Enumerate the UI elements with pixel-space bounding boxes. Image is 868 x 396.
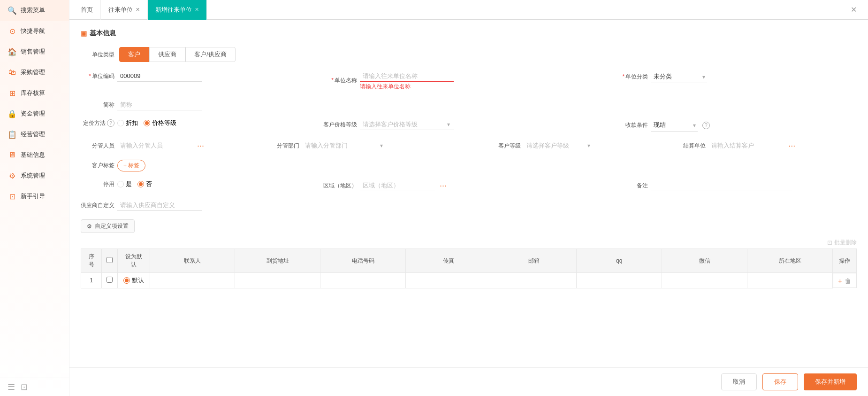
sidebar-menu-icon[interactable]: ⊡: [21, 382, 28, 392]
sidebar-item-search[interactable]: 🔍 搜索菜单: [0, 0, 69, 21]
tags-group: 客户标签 + 标签: [81, 160, 857, 171]
contact-input[interactable]: [155, 277, 230, 284]
row-wechat[interactable]: [662, 273, 747, 288]
qq-input[interactable]: [581, 277, 657, 284]
col-seq: 序号: [81, 249, 102, 273]
col-region: 所在地区: [747, 249, 833, 273]
level-radio-circle: [144, 120, 150, 126]
payment-terms-help-icon[interactable]: ?: [702, 122, 710, 129]
sidebar-item-base[interactable]: 🖥 基础信息: [0, 145, 69, 165]
sidebar-item-quicknav[interactable]: ⊙ 快捷导航: [0, 21, 69, 41]
address-input[interactable]: [240, 277, 315, 284]
row-address[interactable]: [235, 273, 320, 288]
manager-more-icon[interactable]: ···: [195, 141, 206, 151]
cancel-button[interactable]: 取消: [721, 373, 757, 390]
type-btn-customer[interactable]: 客户: [119, 47, 149, 62]
custom-settings-button[interactable]: ⚙ 自定义项设置: [81, 219, 135, 233]
sidebar-item-inventory[interactable]: ⊞ 库存核算: [0, 83, 69, 103]
row-check: [102, 273, 118, 288]
unit-name-input[interactable]: [360, 70, 454, 82]
row-region[interactable]: [747, 273, 833, 288]
wechat-input[interactable]: [667, 277, 742, 284]
row-qq[interactable]: [577, 273, 662, 288]
add-row-icon[interactable]: +: [838, 277, 842, 285]
unit-code-input[interactable]: [117, 70, 202, 82]
phone-input[interactable]: [325, 277, 401, 284]
tab-home[interactable]: 首页: [73, 0, 101, 20]
row-checkbox[interactable]: [107, 277, 113, 283]
sidebar-item-system[interactable]: ⚙ 系统管理: [0, 165, 69, 186]
default-radio[interactable]: 默认: [122, 276, 145, 285]
settlement-input[interactable]: [708, 140, 784, 151]
supplier-custom-group: 供应商自定义: [81, 200, 857, 211]
type-btn-both[interactable]: 客户/供应商: [185, 47, 236, 62]
sidebar-collapse-icon[interactable]: ☰: [8, 382, 15, 392]
sidebar-item-purchase[interactable]: 🛍 采购管理: [0, 62, 69, 83]
pricing-radio-discount[interactable]: 折扣: [117, 119, 138, 127]
manager-input[interactable]: [117, 140, 192, 151]
settlement-more-icon[interactable]: ···: [786, 141, 797, 151]
type-btn-supplier[interactable]: 供应商: [149, 47, 185, 62]
section-icon: ▣: [81, 30, 87, 37]
gear-icon: ⚙: [87, 223, 92, 230]
row-contact[interactable]: [150, 273, 235, 288]
region-input[interactable]: [752, 277, 828, 284]
customer-price-level-select-wrapper: ▾: [360, 119, 454, 130]
row-fax[interactable]: [406, 273, 491, 288]
batch-delete-label[interactable]: 批量删除: [834, 239, 857, 247]
batch-delete-area: ⊡ 批量删除: [81, 239, 857, 247]
row-email[interactable]: [491, 273, 577, 288]
col-email: 邮箱: [491, 249, 577, 273]
delete-row-icon[interactable]: 🗑: [845, 277, 851, 285]
window-close-icon[interactable]: ✕: [843, 5, 864, 14]
sidebar-bottom: ☰ ⊡: [0, 378, 69, 396]
default-radio-circle: [123, 277, 130, 284]
short-name-input[interactable]: [117, 99, 202, 110]
tab-partners[interactable]: 往来单位 ✕: [101, 0, 148, 20]
supplier-custom-input[interactable]: [117, 200, 202, 211]
email-input[interactable]: [496, 277, 571, 284]
short-name-row: 简称: [81, 99, 857, 110]
tab-new-partner[interactable]: 新增往来单位 ✕: [148, 0, 207, 20]
batch-delete-icon: ⊡: [827, 239, 832, 246]
save-new-button[interactable]: 保存并新增: [804, 373, 857, 390]
select-all-checkbox[interactable]: [107, 257, 113, 263]
fax-input[interactable]: [411, 277, 486, 284]
col-action: 操作: [833, 249, 857, 273]
add-tag-button[interactable]: + 标签: [117, 160, 145, 171]
col-fax: 传真: [406, 249, 491, 273]
contacts-table: 序号 设为默认 联系人 到货地址 电话号码 传真 邮箱 qq 微信 所在地区 操…: [81, 248, 857, 288]
department-group: 分管部门 ▾: [266, 140, 487, 151]
region-input[interactable]: [360, 180, 435, 191]
pricing-help-icon[interactable]: ?: [107, 119, 114, 127]
sidebar-item-operations[interactable]: 📋 经营管理: [0, 124, 69, 145]
tab-label: 往来单位: [108, 6, 133, 14]
unit-type-label: 单位类型: [81, 51, 114, 59]
sidebar-item-sales[interactable]: 🏠 销售管理: [0, 41, 69, 62]
sidebar-item-guide[interactable]: ⊡ 新手引导: [0, 186, 69, 207]
unit-name-error: 请输入往来单位名称: [360, 83, 454, 91]
region-more-icon[interactable]: ···: [438, 181, 449, 191]
guide-icon: ⊡: [8, 192, 17, 201]
col-phone: 电话号码: [320, 249, 406, 273]
unit-type-row: 单位类型 客户 供应商 客户/供应商: [81, 47, 857, 62]
close-partners-icon[interactable]: ✕: [136, 7, 140, 13]
close-new-partner-icon[interactable]: ✕: [195, 7, 199, 13]
form-content: ▣ 基本信息 单位类型 客户 供应商 客户/供应商 *单位编码: [69, 20, 868, 367]
payment-terms-select-wrapper: 现结 ▾: [651, 119, 698, 132]
save-button[interactable]: 保存: [762, 373, 798, 390]
row-phone[interactable]: [320, 273, 406, 288]
customer-price-level-input[interactable]: [360, 119, 454, 130]
disabled-yes-radio[interactable]: 是: [117, 180, 132, 188]
manager-label: 分管人员: [81, 142, 114, 150]
department-chevron-icon: ▾: [380, 142, 383, 149]
department-input[interactable]: [302, 140, 377, 151]
pricing-radio-level[interactable]: 价格等级: [144, 119, 176, 127]
disabled-no-radio[interactable]: 否: [137, 180, 152, 188]
remark-input[interactable]: [651, 180, 792, 191]
sidebar-item-finance[interactable]: 🔒 资金管理: [0, 103, 69, 124]
unit-info-row: *单位编码 *单位名称 请输入往来单位名称 *单位分类 未分类: [81, 70, 857, 91]
manager-group: 分管人员 ···: [81, 140, 266, 151]
customer-level-input[interactable]: [524, 140, 594, 151]
disabled-row: 停用 是 否 区域（地区） ···: [81, 180, 857, 191]
